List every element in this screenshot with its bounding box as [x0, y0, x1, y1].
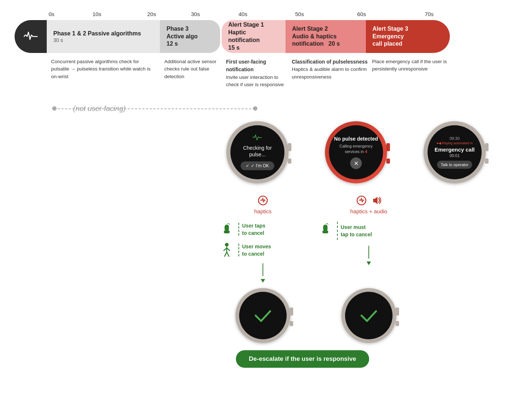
bottom-watch2-col [319, 288, 418, 343]
svg-line-10 [227, 252, 229, 256]
desc-alert1: First user-facing notification Invite us… [226, 58, 292, 88]
cancel-tap-item: User tapsto cancel [221, 222, 305, 237]
alert3-title: Alert Stage 3Emergencycall placed [372, 25, 408, 48]
watch3-container: 09:30 ●◀ Playing automated m Emergency c… [418, 121, 491, 183]
time-label-50: 50s [295, 11, 357, 17]
phase2-title: Phase 3Active algo12 s [167, 25, 198, 48]
arrow-down-2 [319, 246, 418, 259]
watch3-operator-button[interactable]: Talk to operator [437, 161, 472, 169]
time-label-0: 0s [49, 11, 70, 17]
watch1-button-label: ✓ I'm OK [251, 163, 269, 168]
watch1-heartrate-icon [252, 134, 263, 142]
time-label-20: 20s [147, 11, 191, 17]
bottom-watch1-check-icon [252, 305, 274, 326]
haptics-icons-1 [257, 194, 269, 207]
phase-block-5: Alert Stage 3Emergencycall placed [366, 20, 450, 53]
cancel-tap-text-1: User tapsto cancel [242, 222, 265, 237]
watch3-inner: 09:30 ●◀ Playing automated m Emergency c… [428, 125, 482, 179]
playing-text: Playing automated m [442, 141, 473, 145]
arrow-down-1 [221, 263, 305, 276]
desc-alert3: Place emergency call if the user is pers… [372, 58, 456, 88]
desc-phase1: Concurrent passive algorithms check for … [51, 58, 164, 88]
haptics-label-1: haptics [254, 208, 272, 214]
watch2-cross-icon: ✕ [354, 160, 359, 167]
time-label-70: 70s [425, 11, 433, 17]
bottom-watch2-check-icon [358, 305, 380, 326]
bottom-watch1-outer [236, 288, 290, 343]
watch3-playing: ●◀ Playing automated m [437, 141, 473, 145]
cancel-must-tap-text: User musttap to cancel [341, 223, 372, 238]
watch2-sub-text: Calling emergencyservices in 4 [339, 144, 372, 155]
alert2-title: Alert Stage 2Audio & hapticsnotification… [292, 25, 340, 48]
desc-alert2-bold: Classification of pulselessness [292, 59, 368, 65]
alert1-title: Alert Stage 1Haptic notification15 s [228, 21, 279, 51]
deescalate-button[interactable]: De-escalate if the user is responsive [236, 350, 370, 368]
watch3-title: Emergency call [435, 146, 475, 153]
cancel-col-1: User tapsto cancel User movesto cancel [221, 222, 305, 283]
haptics-watch-icon-2 [355, 194, 368, 207]
cancel-row: User tapsto cancel User movesto cancel [15, 222, 517, 283]
cancel-tap-item-2: User musttap to cancel [319, 222, 418, 240]
watch1-outer: Checking for pulse... ✓ ✓ I'm OK [226, 121, 288, 183]
phase-block-1: Phase 1 & 2 Passive algorithms 30 s [47, 20, 160, 53]
phase-block-2: Phase 3Active algo12 s [160, 20, 220, 53]
person-move-icon [221, 242, 233, 257]
watch3-timer: 00:01 [449, 153, 460, 158]
svg-point-5 [225, 243, 229, 247]
not-user-facing-label: (not user facing) [73, 104, 126, 113]
svg-point-1 [357, 196, 366, 205]
cancel-move-text: User movesto cancel [242, 242, 271, 257]
svg-point-0 [259, 196, 267, 205]
dashed-dot-right [253, 106, 257, 111]
haptics-col-2: haptics + audio [319, 194, 418, 214]
phase-block-4: Alert Stage 2Audio & hapticsnotification… [286, 20, 366, 53]
arrow-head-1 [221, 279, 305, 283]
watch2-container: No pulse detected Calling emergencyservi… [319, 121, 393, 183]
bottom-watch2-inner [345, 292, 393, 339]
watch2-cancel-button[interactable]: ✕ [350, 157, 362, 169]
watch1-button[interactable]: ✓ ✓ I'm OK [241, 161, 274, 170]
watch3-time: 09:30 [449, 136, 460, 141]
haptics-label-2: haptics + audio [350, 208, 387, 214]
svg-rect-4 [224, 230, 230, 233]
watch1-container: Checking for pulse... ✓ ✓ I'm OK [221, 121, 294, 183]
arrow-head-2 [319, 261, 418, 265]
svg-rect-3 [225, 225, 229, 231]
phase1-title: Phase 1 & 2 Passive algorithms [53, 30, 141, 38]
phase-icon-container [15, 20, 47, 53]
desc-alert2: Classification of pulselessness Haptics … [292, 58, 372, 88]
haptics-col-1: haptics [221, 194, 305, 214]
cancel-col-2: User musttap to cancel [319, 222, 418, 265]
bottom-watch1-col [221, 288, 305, 343]
desc-phase2: Additional active sensor checks rule out… [164, 58, 225, 88]
desc-alert1-bold: First user-facing notification [226, 59, 266, 72]
phase-block-3: Alert Stage 1Haptic notification15 s [222, 20, 286, 53]
time-label-40: 40s [238, 11, 295, 17]
phase1-sub: 30 s [53, 37, 141, 43]
watch2-alert-text: No pulse detected [334, 135, 378, 142]
watch3-outer: 09:30 ●◀ Playing automated m Emergency c… [424, 121, 486, 183]
watch2-outer: No pulse detected Calling emergencyservi… [325, 121, 387, 183]
haptics-row: haptics haptics + audio [15, 194, 517, 214]
deescalate-row: De-escalate if the user is responsive [15, 350, 517, 368]
watches-row: Checking for pulse... ✓ ✓ I'm OK No puls… [15, 121, 517, 183]
watch2-inner: No pulse detected Calling emergencyservi… [329, 125, 383, 179]
tap-finger-icon-2 [319, 222, 331, 235]
watch1-inner: Checking for pulse... ✓ ✓ I'm OK [230, 125, 284, 179]
phases-bar: Phase 1 & 2 Passive algorithms 30 s Phas… [15, 20, 517, 53]
time-label-60: 60s [357, 11, 425, 17]
time-labels-row: 0s 10s 20s 30s 40s 50s 60s 70s [15, 11, 517, 17]
bottom-watch1-inner [239, 292, 287, 339]
playing-icon: ●◀ [437, 141, 441, 145]
svg-rect-12 [322, 230, 328, 233]
svg-line-9 [225, 252, 227, 256]
time-label-30: 30s [191, 11, 238, 17]
haptics-icons-2 [355, 194, 382, 207]
main-container: 0s 10s 20s 30s 40s 50s 60s 70s Phase 1 &… [0, 0, 532, 382]
bottom-watch2-outer [341, 288, 396, 343]
bottom-watches-row [15, 288, 517, 343]
not-user-facing-row: (not user facing) [15, 99, 517, 118]
haptics-watch-icon-1 [257, 194, 269, 207]
description-row: Concurrent passive algorithms check for … [15, 58, 517, 88]
tap-finger-icon-1 [221, 222, 233, 235]
